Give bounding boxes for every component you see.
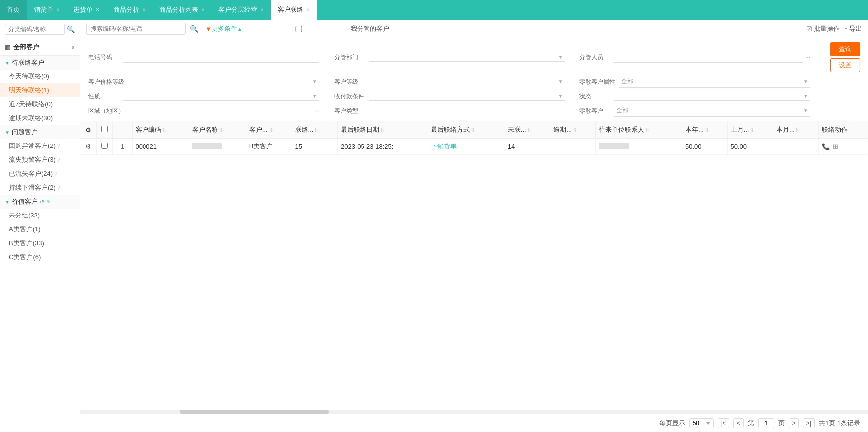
filter-more-btn[interactable]: ▼ 更多条件 ▲ [202, 23, 245, 35]
sidebar-item-today-contact[interactable]: 今天待联络(0) [0, 70, 80, 83]
row-checkbox[interactable] [96, 139, 112, 155]
collapse-sidebar-icon[interactable]: « [72, 44, 75, 51]
dept-select[interactable]: ▼ [369, 53, 565, 62]
my-customers-checkbox[interactable] [249, 26, 349, 32]
col-code-header[interactable]: 客户编码 ⇅ [132, 121, 189, 139]
sidebar-search-icon[interactable]: 🔍 [67, 25, 75, 33]
region-input[interactable] [128, 106, 312, 116]
per-page-select[interactable]: 50 100 200 [689, 418, 714, 428]
help-icon-1[interactable]: ? [57, 143, 60, 149]
export-btn[interactable]: ↑ 导出 [845, 24, 863, 33]
manager-field: 分管人员 ··· [579, 52, 810, 63]
retail-customer-select[interactable]: 全部 ▼ [614, 105, 810, 117]
help-icon-4[interactable]: ? [57, 185, 60, 191]
col-unit-contact-header[interactable]: 往来单位联系人 ⇅ [595, 121, 682, 139]
sidebar-item-churn-warning[interactable]: 流失预警客户(3) ? [0, 153, 80, 167]
sidebar-search-input[interactable] [5, 24, 65, 35]
sidebar-item-ungrouped[interactable]: 未分组(32) [0, 209, 80, 222]
page-input[interactable] [758, 418, 774, 428]
customer-type-input[interactable] [369, 106, 565, 116]
help-icon-2[interactable]: ? [57, 157, 60, 163]
col-checkbox-header[interactable] [96, 121, 112, 139]
region-dots-icon[interactable]: ··· [314, 107, 319, 114]
phone-action-icon[interactable]: 📞 [822, 143, 830, 150]
payment-field: 收付款条件 ▼ [334, 92, 565, 101]
close-purchase-order-icon[interactable]: × [96, 6, 99, 13]
nav-product-analysis-list[interactable]: 商品分析列表 × [152, 0, 212, 20]
close-customer-contact-icon[interactable]: × [306, 6, 310, 13]
grid-icon: ▦ [5, 44, 10, 51]
col-name-header[interactable]: 客户名称 ⇅ [189, 121, 246, 139]
triangle-icon: ▼ [5, 60, 10, 66]
row-code: 000021 [132, 139, 189, 155]
manager-input[interactable] [614, 52, 803, 63]
sidebar-item-7days-contact[interactable]: 近7天待联络(0) [0, 97, 80, 111]
col-last-contact-date-header[interactable]: 最后联络日期 ⇅ [338, 121, 428, 139]
close-customer-segmentation-icon[interactable]: × [260, 6, 264, 13]
sort-icon-last-way: ⇅ [471, 127, 475, 133]
row-select-checkbox[interactable] [101, 143, 108, 149]
customer-table: ⚙ 客户编码 ⇅ 客户名称 ⇅ [80, 121, 868, 155]
sidebar-item-overdue-contact[interactable]: 逾期未联络(30) [0, 111, 80, 125]
customer-level-select[interactable]: ▼ [369, 77, 565, 86]
filter-search-icon[interactable]: 🔍 [190, 25, 198, 33]
retail-attr-field: 零散客户属性 全部 ▼ [579, 76, 810, 88]
edit-value-icon[interactable]: ✎ [46, 199, 51, 205]
phone-input[interactable] [123, 52, 319, 63]
sidebar-all-customers[interactable]: ▦ 全部客户 « [0, 39, 80, 56]
prev-page-btn[interactable]: < [733, 418, 744, 428]
sidebar-item-class-c[interactable]: C类客户(6) [0, 250, 80, 264]
col-gear-header[interactable]: ⚙ [80, 121, 96, 139]
close-product-analysis-icon[interactable]: × [142, 6, 145, 13]
refresh-value-icon[interactable]: ↺ [40, 199, 44, 205]
sidebar-item-class-a[interactable]: A类客户(1) [0, 222, 80, 236]
close-sales-order-icon[interactable]: × [56, 6, 60, 13]
col-this-month-header[interactable]: 本月... ⇅ [773, 121, 818, 139]
nav-customer-segmentation[interactable]: 客户分层经营 × [212, 0, 271, 20]
col-last-contact-way-header[interactable]: 最后联络方式 ⇅ [428, 121, 505, 139]
batch-operation-btn[interactable]: ☑ 批量操作 [806, 24, 840, 33]
nav-customer-contact[interactable]: 客户联络 × [271, 0, 317, 20]
nature-select[interactable]: ▼ [123, 92, 319, 101]
nav-purchase-order[interactable]: 进货单 × [67, 0, 106, 20]
nav-sales-order[interactable]: 销货单 × [27, 0, 67, 20]
set-button[interactable]: 设置 [830, 58, 860, 72]
customer-level-field: 客户等级 ▼ [334, 77, 565, 86]
sidebar-item-churned[interactable]: 已流失客户(24) ? [0, 167, 80, 181]
close-product-analysis-list-icon[interactable]: × [201, 6, 205, 13]
nav-home[interactable]: 首页 [0, 0, 27, 20]
search-input[interactable] [86, 23, 186, 35]
col-type-header[interactable]: 客户... ⇅ [246, 121, 292, 139]
nav-product-analysis[interactable]: 商品分析 × [106, 0, 152, 20]
col-this-year-header[interactable]: 本年... ⇅ [682, 121, 727, 139]
sidebar-item-tomorrow-contact[interactable]: 明天待联络(1) [0, 83, 80, 97]
col-overdue-header[interactable]: 逾期... ⇅ [550, 121, 595, 139]
sidebar-group-value-customers: ▼ 价值客户 ↺ ✎ [0, 195, 80, 209]
retail-attr-select[interactable]: 全部 ▼ [619, 76, 810, 88]
row-overdue [550, 139, 595, 155]
last-page-btn[interactable]: >| [803, 418, 815, 428]
retail-attr-chevron-icon: ▼ [803, 79, 808, 84]
my-customers-checkbox-label[interactable]: 我分管的客户 [249, 24, 389, 33]
sidebar-item-class-b[interactable]: B类客户(33) [0, 236, 80, 250]
row-last-contact-way[interactable]: 下销货单 [428, 139, 505, 155]
query-button[interactable]: 查询 [830, 42, 860, 56]
menu-action-icon[interactable]: ⊞ [833, 143, 838, 150]
select-all-checkbox[interactable] [101, 126, 108, 132]
sidebar-item-declining[interactable]: 持续下滑客户(2) ? [0, 181, 80, 195]
first-page-btn[interactable]: |< [718, 418, 729, 428]
row-gear[interactable]: ⚙ [80, 139, 96, 155]
manager-dots-icon[interactable]: ··· [805, 54, 810, 61]
col-not-contact-header[interactable]: 未联... ⇅ [505, 121, 550, 139]
sidebar-item-abnormal-repurchase[interactable]: 回购异常客户(2) ? [0, 139, 80, 153]
next-page-btn[interactable]: > [789, 418, 799, 428]
price-level-select[interactable]: ▼ [128, 77, 319, 86]
payment-select[interactable]: ▼ [369, 92, 565, 101]
help-icon-3[interactable]: ? [54, 171, 57, 177]
col-last-month-header[interactable]: 上月... ⇅ [727, 121, 773, 139]
status-select[interactable]: ▼ [614, 92, 810, 101]
sort-icon-last-date: ⇅ [380, 127, 384, 133]
scrollbar-thumb[interactable] [180, 410, 329, 414]
horizontal-scrollbar[interactable] [80, 410, 868, 414]
col-contact-header[interactable]: 联络... ⇅ [292, 121, 337, 139]
